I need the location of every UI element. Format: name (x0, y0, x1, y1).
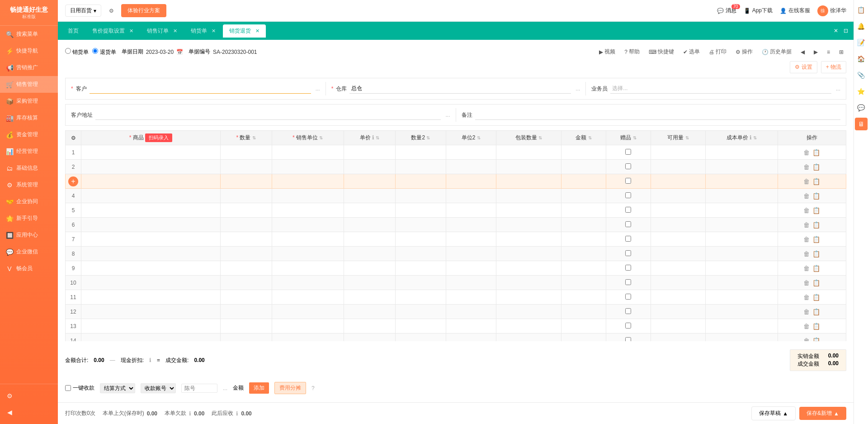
tab-close-all-btn[interactable]: ✕ (832, 27, 840, 35)
tab-sales-delivery-close[interactable]: ✕ (212, 28, 216, 34)
panel-icon-7[interactable]: 💬 (855, 101, 868, 114)
copy-icon[interactable]: 📋 (812, 250, 820, 257)
pkg-qty-cell[interactable] (496, 160, 561, 174)
try-industry-btn[interactable]: 体验行业方案 (121, 4, 166, 17)
tab-price-settings[interactable]: 售价提取设置 ✕ (86, 24, 140, 38)
tab-sales-return-close[interactable]: ✕ (255, 28, 259, 34)
copy-icon[interactable]: 📋 (812, 279, 820, 286)
customer-service-btn[interactable]: 👤 在线客服 (780, 7, 810, 14)
topbar-settings-btn[interactable]: ⚙ (105, 5, 118, 17)
warehouse-picker[interactable]: ... (576, 86, 580, 92)
account-dots[interactable]: ... (223, 385, 227, 391)
operate-btn[interactable]: ⚙ 操作 (733, 47, 755, 57)
delete-icon[interactable]: 🗑 (803, 294, 810, 301)
account-number-input[interactable] (181, 384, 217, 393)
sidebar-item-enterprise[interactable]: 🤝 企业协同 (0, 193, 58, 210)
cost-price-cell[interactable] (706, 160, 778, 174)
qty-cell[interactable] (220, 174, 272, 189)
one-click-checkbox[interactable] (65, 385, 71, 391)
qty2-cell[interactable] (396, 174, 446, 189)
copy-icon[interactable]: 📋 (812, 221, 820, 229)
tab-sales-order[interactable]: 销售订单 ✕ (141, 24, 184, 38)
delete-icon[interactable]: 🗑 (803, 308, 810, 315)
qty2-cell[interactable] (396, 145, 446, 160)
sidebar-item-search[interactable]: 🔍 搜索菜单 (0, 26, 58, 43)
panel-icon-8[interactable]: 🖥 (855, 118, 868, 130)
product-cell[interactable] (81, 160, 221, 174)
pkg-qty-cell[interactable] (496, 145, 561, 160)
salesperson-picker[interactable]: ... (836, 86, 840, 92)
save-new-btn[interactable]: 保存&新增 ▲ (799, 407, 846, 420)
unit2-cell[interactable] (446, 160, 496, 174)
gift-checkbox[interactable] (625, 149, 631, 155)
sidebar-item-member[interactable]: V 畅会员 (0, 260, 58, 277)
print-btn[interactable]: 🖨 打印 (706, 47, 729, 57)
unit2-cell[interactable] (446, 145, 496, 160)
delete-icon[interactable]: 🗑 (803, 265, 810, 272)
sidebar-item-apps[interactable]: 🔲 应用中心 (0, 227, 58, 243)
sidebar-item-operations[interactable]: 📊 经营管理 (0, 143, 58, 160)
tab-home[interactable]: 首页 (61, 24, 85, 38)
amount-cell[interactable] (561, 160, 606, 174)
sidebar-settings-btn[interactable]: ⚙ (0, 388, 58, 404)
next-btn[interactable]: ▶ (811, 48, 821, 56)
sidebar-item-wechat[interactable]: 💬 企业微信 (0, 243, 58, 260)
app-download-btn[interactable]: 📱 App下载 (744, 7, 773, 14)
amount-sort-icon[interactable]: ⇅ (588, 135, 592, 140)
grid-view-btn[interactable]: ⊞ (836, 48, 846, 56)
col-settings[interactable]: ⚙ (66, 131, 81, 145)
copy-icon[interactable]: 📋 (812, 265, 820, 272)
panel-icon-2[interactable]: 🔔 (855, 20, 868, 33)
qty-cell[interactable] (220, 145, 272, 160)
delete-icon[interactable]: 🗑 (803, 221, 810, 229)
tab-sales-delivery[interactable]: 销货单 ✕ (184, 24, 222, 38)
customer-input[interactable] (90, 84, 311, 94)
delete-icon[interactable]: 🗑 (803, 236, 810, 243)
delete-icon[interactable]: 🗑 (803, 279, 810, 286)
delete-icon[interactable]: 🗑 (803, 250, 810, 257)
copy-icon[interactable]: 📋 (812, 323, 820, 330)
amount-cell[interactable] (561, 145, 606, 160)
price-sort-icon[interactable]: ⇅ (376, 135, 379, 140)
message-btn[interactable]: 💬 消息 70 (717, 7, 736, 14)
delete-icon[interactable]: 🗑 (803, 337, 810, 342)
gift-cell[interactable] (606, 160, 651, 174)
sidebar-item-finance[interactable]: 💰 资金管理 (0, 126, 58, 143)
address-picker[interactable]: ... (445, 112, 450, 118)
gift-checkbox[interactable] (625, 163, 631, 169)
panel-icon-3[interactable]: 📝 (855, 36, 868, 49)
copy-icon[interactable]: 📋 (812, 236, 820, 243)
delete-icon[interactable]: 🗑 (803, 192, 810, 200)
available-cell[interactable] (651, 160, 705, 174)
gift-cell[interactable] (606, 174, 651, 189)
unit-cell[interactable] (272, 145, 344, 160)
gift-cell[interactable] (606, 145, 651, 160)
delete-icon[interactable]: 🗑 (803, 323, 810, 330)
sidebar-item-sales[interactable]: 🛒 销售管理 (0, 76, 58, 93)
split-btn[interactable]: 费用分摊 (274, 382, 306, 394)
sidebar-item-marketing[interactable]: 📢 营销推广 (0, 59, 58, 76)
tab-price-settings-close[interactable]: ✕ (129, 28, 133, 34)
copy-icon[interactable]: 📋 (812, 308, 820, 315)
available-sort-icon[interactable]: ⇅ (685, 135, 689, 140)
salesperson-input[interactable]: 选择... (610, 84, 831, 94)
product-cell-input[interactable] (81, 174, 221, 189)
qty-sort-icon[interactable]: ⇅ (252, 135, 256, 140)
pkg-qty-cell[interactable] (496, 174, 561, 189)
unit2-cell[interactable] (446, 174, 496, 189)
prev-btn[interactable]: ◀ (798, 48, 807, 56)
delete-icon[interactable]: 🗑 (803, 178, 810, 185)
copy-icon[interactable]: 📋 (812, 337, 820, 342)
customer-picker[interactable]: ... (316, 86, 320, 92)
available-cell[interactable] (651, 145, 705, 160)
price-cell[interactable] (344, 174, 396, 189)
video-btn[interactable]: ▶ 视频 (596, 47, 618, 57)
cost-price-cell[interactable] (706, 174, 778, 189)
product-cell[interactable] (81, 145, 221, 160)
sidebar-item-inventory[interactable]: 🏭 库存核算 (0, 110, 58, 126)
tab-restore-btn[interactable]: ⊡ (842, 27, 850, 35)
product-input[interactable] (84, 178, 217, 185)
one-click-label[interactable]: 一键收款 (65, 384, 94, 392)
price-cell[interactable] (344, 145, 396, 160)
radio-return[interactable]: 退货单 (92, 48, 116, 56)
